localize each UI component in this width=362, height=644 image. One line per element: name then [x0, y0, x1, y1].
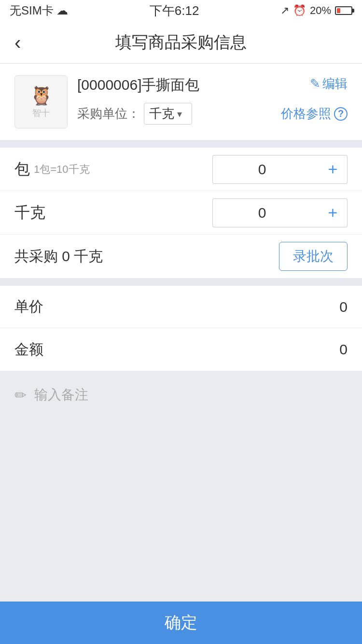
product-unit-row: 采购单位： 千克 ▾ 价格参照 ? [77, 103, 348, 125]
pencil-icon: ✏ [14, 387, 27, 404]
kg-input-wrap: + [92, 198, 348, 227]
product-thumbnail: 🦉 智十 [14, 75, 68, 128]
kg-input[interactable] [212, 198, 319, 227]
location-icon: ↗ [280, 4, 289, 17]
bag-input[interactable] [212, 155, 319, 184]
note-placeholder: 输入备注 [34, 386, 88, 404]
amount-value: 0 [339, 341, 348, 358]
product-info: [0000006]手撕面包 ✎ 编辑 采购单位： 千克 ▾ 价格参照 ? [77, 75, 348, 125]
kg-input-row: 千克 + [0, 191, 362, 235]
section-divider-1 [0, 140, 362, 148]
note-section[interactable]: ✏ 输入备注 [0, 371, 362, 419]
page-content: 🦉 智十 [0000006]手撕面包 ✎ 编辑 采购单位： 千克 ▾ [0, 64, 362, 644]
kg-label-main: 千克 [14, 202, 45, 224]
status-bar: 无SIM卡 ☁ 下午6:12 ↗ ⏰ 20% [0, 0, 362, 21]
dropdown-arrow-icon: ▾ [177, 108, 182, 120]
amount-label: 金额 [14, 340, 43, 360]
bag-label: 包 1包=10千克 [14, 159, 92, 180]
page-title: 填写商品采购信息 [115, 31, 247, 54]
unit-price-label: 单价 [14, 297, 43, 317]
batch-button[interactable]: 录批次 [279, 242, 348, 271]
bag-input-row: 包 1包=10千克 + [0, 148, 362, 191]
product-thumb-owl: 🦉 [30, 85, 53, 106]
bag-plus-button[interactable]: + [319, 155, 348, 184]
price-reference-button[interactable]: 价格参照 ? [281, 105, 348, 122]
status-left: 无SIM卡 ☁ [10, 3, 68, 18]
edit-button[interactable]: ✎ 编辑 [310, 75, 348, 92]
status-right: ↗ ⏰ 20% [280, 4, 352, 17]
bottom-spacer [0, 419, 362, 516]
section-divider-2 [0, 278, 362, 286]
unit-selector[interactable]: 千克 ▾ [144, 103, 192, 125]
product-thumb-text: 智十 [32, 107, 50, 119]
battery-icon [335, 6, 352, 15]
total-row: 共采购 0 千克 录批次 [0, 235, 362, 278]
battery-percent: 20% [310, 4, 331, 17]
price-section: 单价 0 金额 0 [0, 286, 362, 371]
edit-label: 编辑 [322, 75, 348, 92]
status-time: 下午6:12 [150, 2, 199, 19]
unit-prefix: 采购单位： [77, 105, 140, 122]
bag-label-main: 包 [14, 159, 30, 180]
help-icon: ? [334, 107, 348, 121]
price-ref-label: 价格参照 [281, 105, 331, 122]
edit-icon: ✎ [310, 76, 320, 91]
unit-price-value: 0 [339, 299, 348, 315]
bag-label-sub: 1包=10千克 [34, 162, 90, 177]
amount-row: 金额 0 [0, 328, 362, 371]
input-section: 包 1包=10千克 + 千克 + [0, 148, 362, 235]
kg-plus-button[interactable]: + [319, 198, 348, 227]
kg-label: 千克 [14, 202, 92, 224]
total-text: 共采购 0 千克 [14, 247, 103, 266]
confirm-button[interactable]: 确定 [0, 602, 362, 644]
product-name: [0000006]手撕面包 [77, 75, 199, 95]
back-button[interactable]: ‹ [14, 33, 21, 52]
nav-bar: ‹ 填写商品采购信息 [0, 21, 362, 64]
unit-value: 千克 [149, 105, 174, 122]
alarm-icon: ⏰ [293, 4, 306, 17]
sim-label: 无SIM卡 ☁ [10, 3, 68, 18]
unit-price-row: 单价 0 [0, 286, 362, 328]
product-card: 🦉 智十 [0000006]手撕面包 ✎ 编辑 采购单位： 千克 ▾ [0, 64, 362, 140]
product-header: [0000006]手撕面包 ✎ 编辑 [77, 75, 348, 95]
bag-input-wrap: + [92, 155, 348, 184]
